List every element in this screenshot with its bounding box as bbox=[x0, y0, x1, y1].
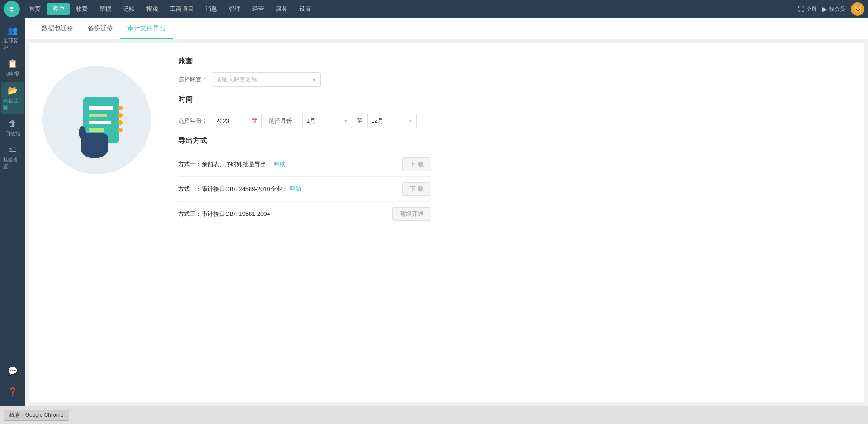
nav-bizproject[interactable]: 工商项目 bbox=[165, 3, 199, 15]
nav-service[interactable]: 服务 bbox=[270, 3, 293, 15]
chat-icon: 💬 bbox=[8, 366, 18, 376]
svg-rect-2 bbox=[89, 106, 113, 110]
svg-rect-3 bbox=[89, 114, 107, 117]
export-method-2-download-button[interactable]: 下 载 bbox=[402, 182, 431, 196]
nav-operations[interactable]: 经营 bbox=[247, 3, 269, 15]
svg-rect-4 bbox=[89, 121, 111, 124]
export-method-2: 方式二：审计接口GB/T24589-2010企业： 帮助 下 载 bbox=[178, 177, 431, 202]
export-method-2-help[interactable]: 帮助 bbox=[289, 186, 301, 192]
nav-customer[interactable]: 客户 bbox=[47, 3, 70, 15]
nav-home[interactable]: 首页 bbox=[24, 3, 46, 15]
main-layout: 👥 全部客户 📋 0申报 📂 账套迁移 🗑 回收站 🏷 标签设置 💬 ❓ bbox=[0, 18, 868, 406]
year-calendar-icon: 📅 bbox=[251, 118, 258, 124]
export-method-1-download-button[interactable]: 下 载 bbox=[402, 157, 431, 171]
export-method-3-label: 方式三：审计接口GB/T19581-2004 bbox=[178, 210, 270, 218]
sidebar: 👥 全部客户 📋 0申报 📂 账套迁移 🗑 回收站 🏷 标签设置 💬 ❓ bbox=[0, 18, 25, 406]
top-nav-right: ⛶ 全屏 ▶ 畅会员 🐱 bbox=[798, 2, 864, 16]
to-label: 至 bbox=[357, 117, 363, 125]
account-set-title: 账套 bbox=[178, 57, 431, 66]
member-button[interactable]: ▶ 畅会员 bbox=[822, 5, 845, 13]
sidebar-item-all-customers[interactable]: 👥 全部客户 bbox=[1, 22, 24, 54]
svg-point-8 bbox=[118, 120, 123, 125]
illustration-area bbox=[42, 57, 151, 389]
nav-tax[interactable]: 报税 bbox=[141, 3, 164, 15]
customers-icon: 👥 bbox=[8, 25, 18, 35]
sidebar-item-recycle[interactable]: 🗑 回收站 bbox=[1, 115, 24, 141]
nav-manage[interactable]: 管理 bbox=[223, 3, 246, 15]
nav-settings[interactable]: 设置 bbox=[294, 3, 316, 15]
nav-items: 首页 客户 收费 票据 记账 报税 工商项目 消息 管理 经营 服务 设置 bbox=[24, 3, 798, 15]
time-row: 选择年份： 2023 📅 选择月份： 1月 ▼ 至 12月 ▼ bbox=[178, 114, 431, 128]
export-method-1-help[interactable]: 帮助 bbox=[274, 161, 286, 167]
year-value: 2023 bbox=[216, 118, 229, 124]
svg-rect-5 bbox=[89, 128, 104, 132]
sidebar-item-tag-settings[interactable]: 🏷 标签设置 bbox=[1, 142, 24, 174]
tab-data-migration[interactable]: 数据包迁移 bbox=[34, 18, 80, 39]
content-area: 数据包迁移 备份迁移 审计文件导出 bbox=[25, 18, 868, 406]
avatar[interactable]: 🐱 bbox=[851, 2, 864, 16]
year-select[interactable]: 2023 📅 bbox=[212, 114, 262, 128]
fullscreen-button[interactable]: ⛶ 全屏 bbox=[798, 5, 817, 13]
tab-audit-export[interactable]: 审计文件导出 bbox=[120, 18, 173, 39]
nav-billing[interactable]: 收费 bbox=[71, 3, 93, 15]
month-end-arrow-icon: ▼ bbox=[408, 119, 413, 124]
account-set-select[interactable]: 请输入账套名称 ▼ bbox=[212, 72, 321, 87]
month-start-value: 1月 bbox=[307, 117, 316, 125]
taskbar: 线索 - Google Chrome bbox=[0, 406, 868, 424]
export-method-2-label: 方式二：审计接口GB/T24589-2010企业： 帮助 bbox=[178, 185, 301, 193]
logo[interactable] bbox=[4, 1, 20, 17]
account-set-label: 选择账套： bbox=[178, 76, 208, 84]
tab-bar: 数据包迁移 备份迁移 审计文件导出 bbox=[25, 18, 868, 39]
year-label: 选择年份： bbox=[178, 117, 208, 125]
migration-icon: 📂 bbox=[8, 86, 18, 95]
tab-backup-migration[interactable]: 备份迁移 bbox=[80, 18, 120, 39]
form-area: 账套 选择账套： 请输入账套名称 ▼ 时间 选择年份： 2023 📅 bbox=[178, 57, 431, 389]
month-select-end[interactable]: 12月 ▼ bbox=[367, 114, 417, 128]
sidebar-bottom-help[interactable]: ❓ bbox=[1, 383, 24, 400]
help-icon: ❓ bbox=[8, 387, 18, 397]
sidebar-item-account-migration[interactable]: 📂 账套迁移 bbox=[1, 82, 24, 114]
account-set-row: 选择账套： 请输入账套名称 ▼ bbox=[178, 72, 431, 87]
taskbar-chrome-item[interactable]: 线索 - Google Chrome bbox=[4, 410, 69, 421]
page-content: 账套 选择账套： 请输入账套名称 ▼ 时间 选择年份： 2023 📅 bbox=[29, 43, 864, 402]
nav-bookkeeping[interactable]: 记账 bbox=[118, 3, 140, 15]
recycle-icon: 🗑 bbox=[9, 119, 17, 129]
export-method-1: 方式一：余额表、序时账批量导出： 帮助 下 载 bbox=[178, 152, 431, 177]
tag-icon: 🏷 bbox=[9, 145, 17, 155]
month-end-value: 12月 bbox=[371, 117, 383, 125]
svg-point-12 bbox=[79, 126, 86, 139]
export-title: 导出方式 bbox=[178, 136, 431, 146]
sidebar-bottom: 💬 ❓ bbox=[1, 362, 24, 406]
svg-point-7 bbox=[118, 113, 123, 118]
export-method-1-label: 方式一：余额表、序时账批量导出： 帮助 bbox=[178, 160, 286, 168]
account-set-placeholder: 请输入账套名称 bbox=[216, 76, 257, 84]
export-method-3: 方式三：审计接口GB/T19581-2004 暂缓开通 bbox=[178, 202, 431, 226]
illustration-circle bbox=[42, 66, 151, 174]
top-nav: 首页 客户 收费 票据 记账 报税 工商项目 消息 管理 经营 服务 设置 ⛶ … bbox=[0, 0, 868, 18]
nav-invoice[interactable]: 票据 bbox=[94, 3, 117, 15]
sidebar-item-zero-declaration[interactable]: 📋 0申报 bbox=[1, 55, 24, 81]
time-title: 时间 bbox=[178, 95, 431, 105]
month-label: 选择月份： bbox=[266, 117, 298, 125]
month-select-start[interactable]: 1月 ▼ bbox=[302, 114, 352, 128]
export-section: 方式一：余额表、序时账批量导出： 帮助 下 载 方式二：审计接口GB/T2458… bbox=[178, 152, 431, 226]
declaration-icon: 📋 bbox=[8, 59, 18, 69]
svg-point-6 bbox=[118, 106, 123, 110]
month-start-arrow-icon: ▼ bbox=[344, 119, 348, 124]
account-set-arrow-icon: ▼ bbox=[312, 77, 316, 82]
nav-message[interactable]: 消息 bbox=[200, 3, 222, 15]
export-method-3-open-button[interactable]: 暂缓开通 bbox=[392, 207, 431, 221]
sidebar-bottom-chat[interactable]: 💬 bbox=[1, 362, 24, 380]
svg-point-9 bbox=[118, 128, 123, 132]
